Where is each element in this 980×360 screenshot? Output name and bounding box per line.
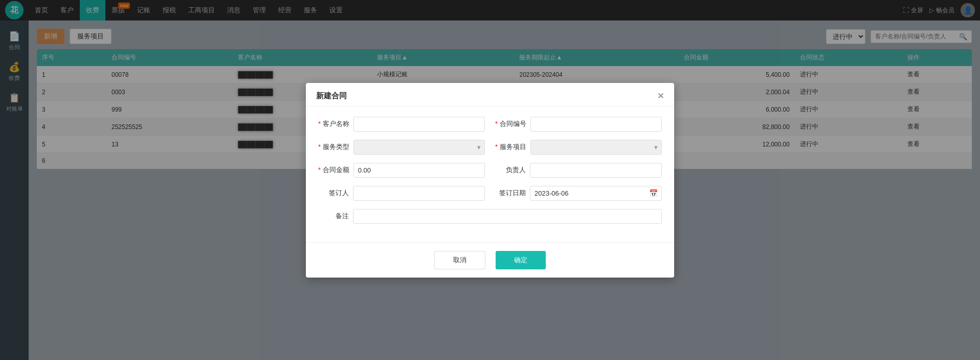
service-item-wrapper (530, 140, 662, 155)
responsible-label: 负责人 (495, 165, 526, 175)
signer-input[interactable] (353, 186, 485, 201)
service-type-wrapper (353, 140, 485, 155)
modal-overlay: 新建合同 ✕ 客户名称 合同编号 服务类型 (0, 0, 980, 360)
form-row-4: 签订人 签订日期 📅 (318, 186, 662, 201)
contract-amount-input[interactable] (353, 163, 485, 178)
form-group-notes: 备注 (318, 209, 662, 224)
modal-body: 客户名称 合同编号 服务类型 (306, 107, 674, 242)
modal-footer: 取消 确定 (306, 242, 674, 278)
service-type-select[interactable] (353, 140, 485, 155)
notes-label: 备注 (318, 211, 349, 221)
form-group-customer: 客户名称 (318, 117, 485, 132)
form-group-contract-no: 合同编号 (495, 117, 662, 132)
form-group-signer: 签订人 (318, 186, 485, 201)
notes-input[interactable] (353, 209, 662, 224)
confirm-button[interactable]: 确定 (496, 251, 546, 269)
sign-date-wrapper: 📅 (530, 186, 662, 201)
signer-label: 签订人 (318, 188, 349, 198)
form-group-amount: 合同金额 (318, 163, 485, 178)
form-row-5: 备注 (318, 209, 662, 224)
contract-no-label: 合同编号 (495, 119, 526, 129)
sign-date-label: 签订日期 (495, 188, 526, 198)
modal-header: 新建合同 ✕ (306, 83, 674, 107)
form-row-3: 合同金额 负责人 (318, 163, 662, 178)
form-row-2: 服务类型 服务项目 (318, 140, 662, 155)
form-group-responsible: 负责人 (495, 163, 662, 178)
new-contract-modal: 新建合同 ✕ 客户名称 合同编号 服务类型 (306, 83, 674, 278)
customer-name-label: 客户名称 (318, 119, 349, 129)
form-group-service-type: 服务类型 (318, 140, 485, 155)
contract-amount-label: 合同金额 (318, 165, 349, 175)
service-item-select[interactable] (530, 140, 662, 155)
modal-close-button[interactable]: ✕ (657, 91, 664, 101)
responsible-input[interactable] (530, 163, 662, 178)
customer-name-input[interactable] (353, 117, 485, 132)
service-item-label: 服务项目 (495, 142, 526, 152)
cancel-button[interactable]: 取消 (434, 251, 485, 269)
contract-no-input[interactable] (530, 117, 662, 132)
sign-date-input[interactable] (530, 186, 662, 201)
modal-title: 新建合同 (316, 91, 347, 101)
form-row-1: 客户名称 合同编号 (318, 117, 662, 132)
service-type-label: 服务类型 (318, 142, 349, 152)
form-group-service-item: 服务项目 (495, 140, 662, 155)
calendar-icon[interactable]: 📅 (649, 189, 658, 197)
form-group-sign-date: 签订日期 📅 (495, 186, 662, 201)
